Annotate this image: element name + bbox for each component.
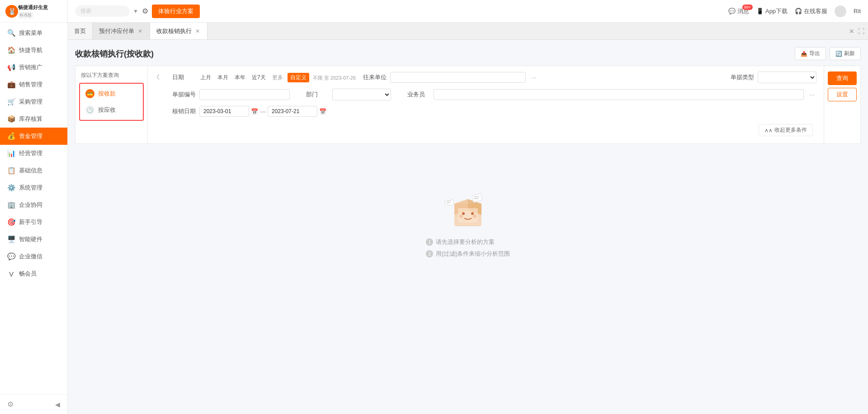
sidebar-item-member[interactable]: V 畅会员 [0,265,67,282]
filter-row-3: 核销日期 📅 — 📅 [172,106,816,117]
docno-input[interactable] [199,89,290,100]
settings-button[interactable]: 设置 [828,88,857,101]
dept-label: 部门 [306,90,329,99]
gear-settings-icon[interactable]: ⚙ [142,7,148,15]
sidebar-item-purchase[interactable]: 🛒 采购管理 [0,93,67,110]
target-icon: 🎯 [7,218,15,226]
refresh-icon: 🔄 [835,51,842,57]
date-more[interactable]: 更多 [270,73,285,82]
bottom-settings-icon[interactable]: ⚙ [7,400,14,409]
calendar-from-icon[interactable]: 📅 [251,108,258,115]
date-7days[interactable]: 近7天 [250,73,268,82]
filter-row-2: 单据编号 部门 业务员 ··· [172,89,816,100]
docno-label: 单据编号 [172,90,196,99]
sidebar-collapse-toggle[interactable]: 《 [150,71,163,83]
party-ellipsis[interactable]: ··· [529,74,538,81]
date-last-month[interactable]: 上月 [198,73,213,82]
query-button[interactable]: 查询 [828,71,857,85]
date-this-year[interactable]: 本年 [233,73,247,82]
page-header: 收款核销执行(按收款) 📤 导出 🔄 刷新 [75,47,861,60]
calendar-to-icon[interactable]: 📅 [319,108,326,115]
verify-date-from-group: 📅 — 📅 [199,106,326,117]
chart-icon: 📊 [7,149,15,157]
logo-text: 畅捷通好生意 标准版 [18,4,48,19]
topbar-right: 💬 消息 99+ 📱 App下载 🎧 在线客服 Rit [728,5,861,17]
phone-icon: 📱 [756,8,764,14]
tab-close-all-icon[interactable]: ✕ [849,28,854,35]
tab-prepay-close[interactable]: ✕ [137,28,143,34]
staff-ellipsis[interactable]: ··· [807,91,816,98]
filter-staff: 业务员 ··· [407,89,816,100]
topbar-left: 搜索 ▼ ⚙ 体验行业方案 [75,5,728,18]
sidebar-item-shortcut[interactable]: 🏠 快捷导航 [0,42,67,59]
svg-point-4 [462,212,465,215]
sidebar-item-hardware[interactable]: 🖥️ 智能硬件 [0,231,67,248]
logo-icon: 🐰 [5,5,18,18]
filter-docno: 单据编号 [172,89,290,100]
industry-solution-button[interactable]: 体验行业方案 [152,5,200,18]
party-input[interactable] [390,72,526,83]
empty-tips: 1 请先选择要分析的方案 2 用[过滤]条件来缩小分析范围 [426,238,509,258]
app-logo: 🐰 畅捷通好生意 标准版 [0,0,67,23]
sidebar-item-management[interactable]: 📊 经营管理 [0,145,67,162]
collapse-more-button[interactable]: ∧∧ 收起更多条件 [759,124,813,136]
page-title: 收款核销执行(按收款) [75,48,154,59]
app-download-button[interactable]: 📱 App下载 [756,7,788,15]
tab-receivable-close[interactable]: ✕ [194,28,201,34]
page-content: 收款核销执行(按收款) 📤 导出 🔄 刷新 按以下方案查询 💳 [68,40,868,414]
filter-date: 日期 上月 本月 本年 近7天 更多 自定义 不限 至 2023-07-26 [172,73,356,82]
message-badge: 99+ [742,5,753,10]
sidebar-collapse-icon[interactable]: ◀ [55,401,60,408]
filter-by-receipt[interactable]: 💳 按收款 [80,86,143,102]
filter-panel: 按以下方案查询 💳 按收款 🕐 按应收 《 [75,66,861,144]
export-button[interactable]: 📤 导出 [795,47,826,60]
sidebar-item-basic[interactable]: 📋 基础信息 [0,162,67,179]
empty-illustration [441,186,495,231]
filter-actions: 查询 设置 [824,66,860,143]
filter-dept: 部门 [306,89,391,100]
wechat-icon: 💬 [7,252,15,261]
money-icon: 💰 [7,132,15,140]
sidebar-item-search[interactable]: 🔍 搜索菜单 [0,24,67,42]
tab-prepay[interactable]: 预付冲应付单 ✕ [93,23,150,39]
staff-input[interactable] [434,89,804,100]
sidebar-nav: 🔍 搜索菜单 🏠 快捷导航 📢 营销推广 💼 销售管理 🛒 采购管理 📦 库存核… [0,23,67,394]
tabbar-actions: ✕ ⛶ [845,23,868,39]
doctype-select[interactable] [758,71,816,83]
user-avatar[interactable] [835,5,846,17]
sidebar-item-finance[interactable]: 💰 资金管理 [0,128,67,145]
tab-receivable-label: 收款核销执行 [156,27,192,35]
svg-point-5 [471,212,474,215]
sidebar-item-enterprise[interactable]: 🏢 企业协同 [0,196,67,214]
topbar: 搜索 ▼ ⚙ 体验行业方案 💬 消息 99+ 📱 App下载 🎧 在线客服 Ri… [68,0,868,23]
page-actions: 📤 导出 🔄 刷新 [795,47,861,60]
message-button[interactable]: 💬 消息 99+ [728,7,749,15]
verify-date-from-input[interactable] [199,106,249,117]
verify-date-to-input[interactable] [268,106,317,117]
svg-point-7 [473,214,476,218]
tab-home[interactable]: 首页 [68,23,93,39]
sidebar-item-wechat[interactable]: 💬 企业微信 [0,248,67,265]
sidebar-item-marketing[interactable]: 📢 营销推广 [0,59,67,76]
cart-icon: 🛒 [7,98,15,106]
staff-label: 业务员 [407,90,430,99]
vip-icon: V [7,270,15,278]
sidebar-item-system[interactable]: ⚙️ 系统管理 [0,179,67,196]
sidebar-item-inventory[interactable]: 📦 库存核算 [0,110,67,128]
sidebar-item-sales[interactable]: 💼 销售管理 [0,76,67,93]
refresh-button[interactable]: 🔄 刷新 [830,47,861,60]
tab-receivable[interactable]: 收款核销执行 ✕ [150,23,208,39]
chevron-down-icon: ▼ [133,8,138,14]
empty-state: 1 请先选择要分析的方案 2 用[过滤]条件来缩小分析范围 [75,149,861,294]
headset-icon: 🎧 [795,8,802,14]
date-this-month[interactable]: 本月 [216,73,230,82]
filter-by-receivable[interactable]: 🕐 按应收 [80,102,143,118]
dept-select[interactable] [332,89,391,100]
date-custom[interactable]: 自定义 [288,73,309,82]
online-support-button[interactable]: 🎧 在线客服 [795,7,827,15]
empty-tip-1: 1 请先选择要分析的方案 [426,238,509,246]
empty-tip-2: 2 用[过滤]条件来缩小分析范围 [426,250,509,258]
sidebar-item-guide[interactable]: 🎯 新手引导 [0,214,67,231]
search-icon: 🔍 [7,29,15,37]
tab-expand-icon[interactable]: ⛶ [858,28,864,35]
